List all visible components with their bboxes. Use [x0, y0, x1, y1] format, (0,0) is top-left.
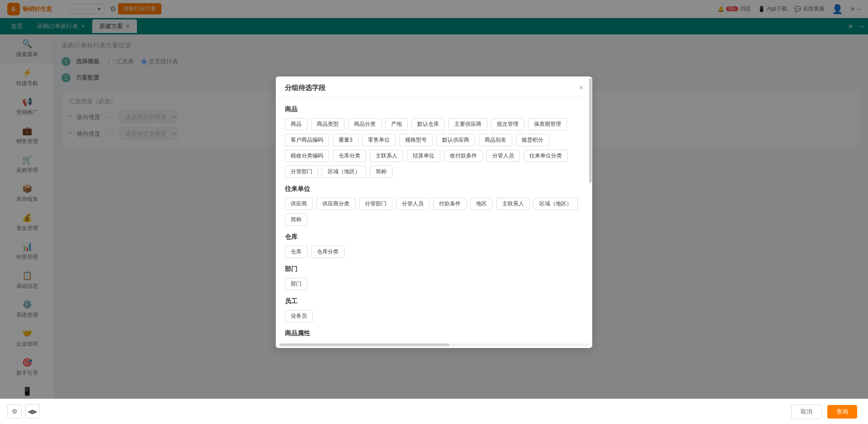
field-tag-retail-unit[interactable]: 零售单位 [362, 134, 396, 146]
field-tag-batch-mgmt[interactable]: 批次管理 [491, 118, 524, 130]
field-tag-origin[interactable]: 产地 [385, 118, 408, 130]
field-tag-main-supplier[interactable]: 主要供应商 [448, 118, 487, 130]
vscroll-track [589, 76, 592, 161]
field-tag-goods[interactable]: 商品 [285, 118, 307, 130]
field-tag-points[interactable]: 炼货积分 [516, 134, 549, 146]
field-tag-goods-category[interactable]: 商品分类 [348, 118, 382, 130]
field-tag-main-contact[interactable]: 主联系人 [370, 150, 403, 161]
field-tag-partner-category[interactable]: 往来单位分类 [524, 150, 568, 161]
modal-body: 商品 商品 商品类型 商品分类 产地 默认仓库 主要供应商 批次管理 保质期管理… [276, 98, 592, 161]
modal-close-btn[interactable]: × [579, 84, 583, 92]
field-tag-default-warehouse[interactable]: 默认仓库 [411, 118, 445, 130]
field-tag-customer-code[interactable]: 客户商品编码 [285, 134, 329, 146]
field-tag-expiry-mgmt[interactable]: 保质期管理 [528, 118, 567, 130]
section-goods-fields: 商品 商品类型 商品分类 产地 默认仓库 主要供应商 批次管理 保质期管理 客户… [285, 118, 583, 161]
field-tag-goods-type[interactable]: 商品类型 [311, 118, 344, 130]
modal-title: 分组待选字段 [285, 84, 326, 92]
field-tag-weight3[interactable]: 重量3 [333, 134, 359, 146]
field-tag-default-supplier[interactable]: 默认供应商 [436, 134, 475, 146]
field-tag-warehouse-category[interactable]: 仓库分类 [333, 150, 366, 161]
field-tag-goods-alias[interactable]: 商品别名 [479, 134, 512, 146]
vscroll-thumb [589, 78, 592, 160]
modal-header: 分组待选字段 × [276, 76, 592, 98]
section-goods: 商品 商品 商品类型 商品分类 产地 默认仓库 主要供应商 批次管理 保质期管理… [285, 105, 583, 161]
field-tag-tax-code[interactable]: 税收分类编码 [285, 150, 329, 161]
field-tag-payment-terms[interactable]: 收付款条件 [444, 150, 483, 161]
field-tag-manager[interactable]: 分管人员 [486, 150, 520, 161]
field-tag-settlement-unit[interactable]: 结算单位 [407, 150, 440, 161]
section-goods-title: 商品 [285, 105, 583, 114]
field-tag-spec-model[interactable]: 规格型号 [399, 134, 433, 146]
field-select-modal: 分组待选字段 × 商品 商品 商品类型 商品分类 产地 默认仓库 主要供应商 批… [276, 76, 592, 161]
